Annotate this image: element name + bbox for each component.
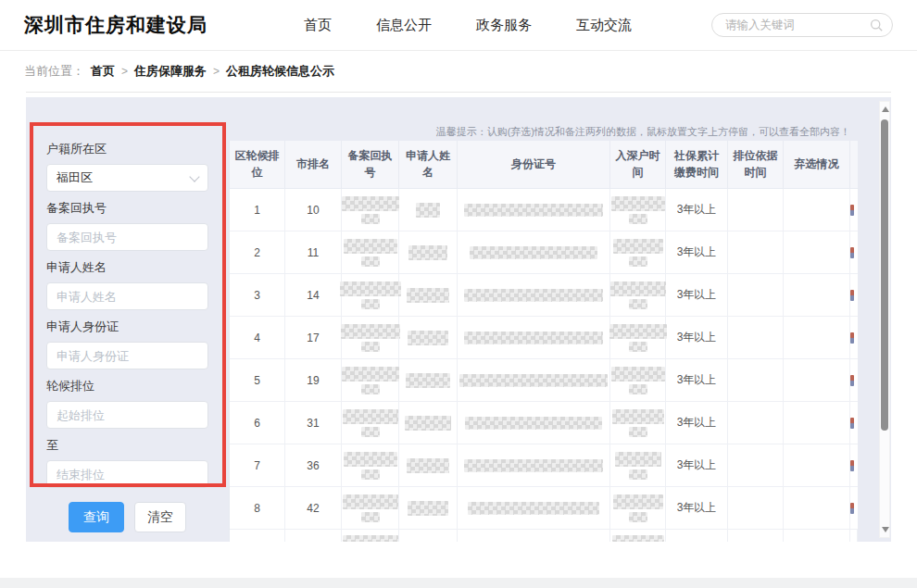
redacted-pixelated-block (613, 239, 663, 254)
site-title: 深圳市住房和建设局 (24, 12, 207, 38)
cell-city-rank: 19 (285, 359, 342, 402)
rank-to-label: 至 (46, 437, 229, 454)
rank-start-input[interactable] (46, 401, 208, 429)
nav-home[interactable]: 首页 (304, 17, 332, 34)
cell-city-rank: 42 (285, 487, 342, 530)
redacted-pixelated-block (408, 245, 447, 260)
cell-receipt-no (342, 189, 399, 231)
query-button[interactable]: 查询 (69, 502, 124, 532)
cell-cutoff (850, 487, 858, 530)
cell-hukou-date (610, 274, 666, 317)
cell-rank-basis-time (728, 487, 784, 530)
vertical-scrollbar[interactable] (879, 101, 890, 538)
district-select[interactable] (46, 164, 208, 192)
table-row: 1103年以上 (230, 189, 858, 231)
redacted-pixelated-block (459, 374, 608, 387)
redacted-pixelated-block (464, 289, 603, 302)
cell-waive-status (784, 189, 850, 231)
filter-buttons: 查询 清空 (46, 502, 208, 532)
scrollbar-thumb[interactable] (881, 119, 888, 431)
cell-applicant-name (399, 487, 458, 530)
cell-cutoff (850, 231, 858, 274)
nav-gov-services[interactable]: 政务服务 (476, 17, 532, 34)
waiting-list-table: 区轮候排位市排名备案回执号申请人姓名身份证号入深户时间社保累计缴费时间排位依据时… (229, 141, 858, 542)
breadcrumb-separator: > (213, 65, 220, 78)
cell-district-rank: 7 (230, 444, 285, 487)
cell-id-number (458, 317, 610, 359)
redacted-pixelated-block (629, 299, 647, 309)
cell-cutoff (850, 317, 858, 359)
receipt-input[interactable] (46, 223, 208, 251)
redacted-pixelated-block (405, 416, 451, 431)
breadcrumb-housing-services[interactable]: 住房保障服务 (134, 63, 207, 80)
nav-info-disclosure[interactable]: 信息公开 (376, 17, 432, 34)
redacted-pixelated-block (612, 535, 664, 542)
cell-receipt-no (342, 231, 399, 274)
column-header: 区轮候排位 (230, 141, 285, 189)
cell-applicant-name (399, 530, 458, 542)
cell-id-number (458, 359, 610, 402)
cell-receipt-no (342, 274, 399, 317)
magnifier-icon[interactable] (870, 19, 884, 32)
cell-waive-status (784, 530, 850, 542)
redacted-pixelated-block (464, 204, 603, 217)
column-header: 弃选情况 (784, 141, 850, 189)
table-row: 6313年以上 (230, 402, 858, 444)
cell-district-rank (230, 530, 285, 542)
applicant-id-input[interactable] (46, 342, 208, 369)
table-row: 2113年以上 (230, 231, 858, 274)
column-header: 市排名 (285, 141, 342, 189)
redacted-pixelated-block (464, 459, 603, 472)
clear-button[interactable]: 清空 (134, 502, 186, 532)
redacted-pixelated-block (609, 324, 667, 339)
redacted-pixelated-block (361, 512, 380, 522)
search-input[interactable] (723, 18, 866, 32)
cell-rank-basis-time (728, 231, 784, 274)
applicant-name-input[interactable] (46, 282, 208, 310)
cell-waive-status (784, 444, 850, 487)
redacted-pixelated-block (361, 214, 380, 224)
cell-waive-status (784, 359, 850, 402)
cell-hukou-date (610, 359, 666, 402)
cutoff-text-fragment (850, 205, 854, 216)
redacted-pixelated-block (406, 373, 450, 388)
cell-cutoff (850, 359, 858, 402)
cell-social-security: 3年以上 (666, 487, 728, 530)
table-row: 5193年以上 (230, 359, 858, 402)
cell-district-rank: 3 (230, 274, 285, 317)
main-nav: 首页 信息公开 政务服务 互动交流 (304, 17, 632, 34)
rank-end-input[interactable] (46, 460, 208, 488)
table-row: 7363年以上 (230, 444, 858, 487)
cell-waive-status (784, 317, 850, 359)
nav-interaction[interactable]: 互动交流 (576, 17, 632, 34)
redacted-pixelated-block (341, 324, 400, 339)
redacted-pixelated-block (629, 214, 647, 224)
cell-social-security: 3年以上 (666, 189, 728, 231)
cell-social-security: 3年以上 (666, 444, 728, 487)
breadcrumb-current-page: 公租房轮候信息公示 (226, 63, 334, 80)
cell-city-rank (285, 530, 342, 542)
cell-cutoff (850, 189, 858, 231)
redacted-pixelated-block (343, 494, 398, 509)
cutoff-text-fragment (850, 247, 854, 258)
redacted-pixelated-block (629, 512, 647, 522)
cell-applicant-name (399, 317, 458, 359)
receipt-label: 备案回执号 (46, 200, 229, 217)
scrollbar-up-arrow-icon[interactable] (882, 106, 889, 112)
redacted-pixelated-block (344, 452, 397, 467)
table-row: 4173年以上 (230, 317, 858, 359)
cell-id-number (458, 530, 610, 542)
redacted-pixelated-block (612, 409, 664, 424)
cell-district-rank: 2 (230, 231, 285, 274)
breadcrumb-label: 当前位置： (24, 63, 84, 80)
content-card: 户籍所在区 备案回执号 申请人姓名 申请人身份证 轮候排位 至 查询 清空 温馨… (26, 97, 891, 542)
redacted-pixelated-block (342, 196, 399, 211)
scrollbar-down-arrow-icon[interactable] (882, 527, 889, 532)
district-select-value[interactable] (46, 164, 208, 192)
cell-city-rank: 11 (285, 231, 342, 274)
cell-district-rank: 6 (230, 402, 285, 444)
breadcrumb-home[interactable]: 首页 (91, 63, 115, 80)
redacted-pixelated-block (629, 427, 647, 437)
redacted-pixelated-block (629, 384, 647, 394)
table-row-partial (230, 530, 858, 542)
